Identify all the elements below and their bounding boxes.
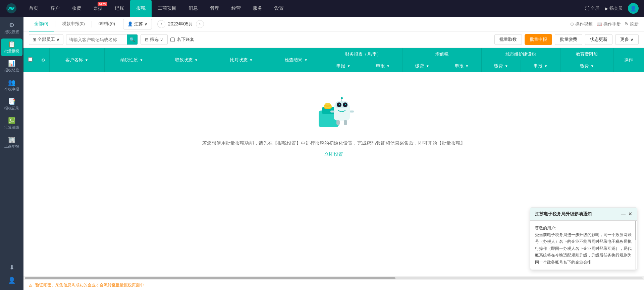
annual-report-icon: 🏢 xyxy=(8,137,15,143)
col-compare-status: 比对状态 ▼ xyxy=(214,48,269,72)
nav-operation[interactable]: 经营 xyxy=(225,0,247,17)
refresh-button[interactable]: ↻ 刷新 xyxy=(625,21,639,27)
status-update-button[interactable]: 状态更新 xyxy=(585,34,612,45)
svg-point-12 xyxy=(339,104,340,105)
nav-right-area: ⛶ 全屏 ▶ 畅会员 👤 xyxy=(585,3,639,14)
notification-close-button[interactable]: ✕ xyxy=(628,211,632,217)
svg-rect-17 xyxy=(350,111,354,113)
col-operation: 操作 xyxy=(613,48,644,72)
batch-fetch-button[interactable]: 批量取数 xyxy=(494,34,522,45)
col-vat-declare: 申报 ▼ xyxy=(363,60,403,72)
empty-state: 若您想使用批量报税功能，请先在【报税设置】中进行报税的初始化设置，完成密码验证和… xyxy=(24,72,644,177)
nav-home[interactable]: 首页 xyxy=(23,0,44,17)
col-financial-report: 财务报表（月/季） xyxy=(324,48,402,60)
dropdown-icon: ∨ xyxy=(56,37,60,42)
search-wrap: 🔍 xyxy=(66,34,138,45)
nav-fee[interactable]: 收费 xyxy=(66,0,87,17)
tax-records-icon: 📑 xyxy=(8,98,15,104)
data-table: ⚙ 客户名称 ▼ 纳税性质 ▼ 取数状态 ▼ xyxy=(23,48,644,177)
nav-tax[interactable]: 报税 xyxy=(130,0,152,17)
filter-icon: ⊟ xyxy=(145,37,149,42)
next-month-button[interactable]: › xyxy=(196,20,204,28)
sidebar: ⚙ 报税设置 📋 批量报税 📊 报税总览 👥 个税申报 📑 报税记录 💹 汇算清… xyxy=(0,17,23,290)
tab-tax-declare[interactable]: 税款申报(0) xyxy=(57,17,90,31)
avatar[interactable]: 👤 xyxy=(628,3,639,14)
sort-icon: ▼ xyxy=(85,58,88,62)
col-education-fee: 教育费附加 xyxy=(560,48,613,60)
filter-button[interactable]: ⊟ 筛选 ∨ xyxy=(141,34,168,45)
tab-zero-declare[interactable]: 0申报(0) xyxy=(93,17,120,31)
batch-pay-button[interactable]: 批量缴费 xyxy=(555,34,582,45)
horizontal-scrollbar[interactable] xyxy=(23,276,644,280)
search-button[interactable]: 🔍 xyxy=(127,34,138,45)
sort-icon-2: ▼ xyxy=(140,58,143,62)
nav-customer[interactable]: 客户 xyxy=(44,0,66,17)
region-selector[interactable]: 👤 江苏 ∨ xyxy=(123,19,152,29)
svg-point-7 xyxy=(325,103,330,105)
operation-video-button[interactable]: ⊙ 操作视频 xyxy=(570,21,593,27)
manual-icon: 📖 xyxy=(597,21,602,26)
sort-icon-11: ▼ xyxy=(544,64,547,68)
col-fetch-status: 取数状态 ▼ xyxy=(159,48,214,72)
notification-body: 尊敬的用户: 受当前电子税务局进一步升级的影响，同一个政务网账号（办税人）名下的… xyxy=(530,221,637,270)
download-icon: ⬇ xyxy=(9,265,14,271)
sort-icon-10: ▼ xyxy=(505,64,508,68)
sidebar-item-personal-tax[interactable]: 👥 个税申报 xyxy=(1,77,22,94)
nav-message[interactable]: 消息 xyxy=(182,0,204,17)
sidebar-item-annual-report[interactable]: 🏢 工商年报 xyxy=(1,134,22,152)
employee-select[interactable]: ⊞ 全部员工 ∨ xyxy=(29,34,63,45)
nav-service[interactable]: 服务 xyxy=(247,0,268,17)
scrollbar-thumb[interactable] xyxy=(25,277,395,279)
tax-settings-icon: ⚙ xyxy=(9,22,14,28)
notification-minimize[interactable]: — xyxy=(621,211,626,216)
empty-state-cell: 若您想使用批量报税功能，请先在【报税设置】中进行报税的初始化设置，完成密码验证和… xyxy=(24,72,644,178)
sort-icon-7: ▼ xyxy=(386,64,390,68)
more-button[interactable]: 更多 ∨ xyxy=(615,34,639,45)
member-button[interactable]: ▶ 畅会员 xyxy=(605,5,623,11)
nav-invoice[interactable]: 票据 NEW xyxy=(87,0,109,17)
sidebar-item-tax-overview[interactable]: 📊 报税总览 xyxy=(1,58,22,75)
batch-tax-icon: 📋 xyxy=(8,41,15,47)
checkbox-label[interactable]: 名下账套 xyxy=(170,37,194,43)
col-vat-pay: 缴费 ▼ xyxy=(402,60,442,72)
sort-icon-5: ▼ xyxy=(304,58,308,62)
operation-manual-button[interactable]: 📖 操作手册 xyxy=(597,21,621,27)
batch-declare-button[interactable]: 批量申报 xyxy=(525,34,552,45)
account-checkbox[interactable] xyxy=(170,38,175,42)
nav-settings[interactable]: 设置 xyxy=(268,0,290,17)
top-navigation: 首页 客户 收费 票据 NEW 记账 报税 工商项目 消息 管理 经营 服务 设… xyxy=(0,0,644,17)
refresh-icon: ↻ xyxy=(625,21,629,26)
settlement-icon: 💹 xyxy=(8,118,15,124)
prev-month-button[interactable]: ‹ xyxy=(157,20,165,28)
col-settings[interactable]: ⚙ xyxy=(37,48,50,72)
more-chevron-icon: ∨ xyxy=(630,37,634,42)
sort-icon-8: ▼ xyxy=(426,64,429,68)
tax-overview-icon: 📊 xyxy=(8,60,15,66)
sidebar-item-tax-records[interactable]: 📑 报税记录 xyxy=(1,96,22,114)
notification-header: 江苏电子税务局升级影响通知 — ✕ xyxy=(530,208,637,221)
col-city-pay: 缴费 ▼ xyxy=(481,60,521,72)
fullscreen-button[interactable]: ⛶ 全屏 xyxy=(585,5,599,11)
tab-divider-2 xyxy=(92,21,92,27)
search-input[interactable] xyxy=(66,37,127,42)
sidebar-user[interactable]: 👤 xyxy=(1,275,22,286)
grid-icon: ⊞ xyxy=(33,37,36,42)
col-financial-declare: 申报 ▼ xyxy=(324,60,363,72)
svg-rect-18 xyxy=(336,120,340,125)
sidebar-download[interactable]: ⬇ xyxy=(1,262,22,273)
tab-all[interactable]: 全部(0) xyxy=(29,17,54,31)
nav-management[interactable]: 管理 xyxy=(204,0,225,17)
nav-bookkeeping[interactable]: 记账 xyxy=(109,0,130,17)
nav-business[interactable]: 工商项目 xyxy=(152,0,182,17)
nav-menu: 首页 客户 收费 票据 NEW 记账 报税 工商项目 消息 管理 经营 服务 设… xyxy=(23,0,585,17)
sidebar-item-batch-tax[interactable]: 📋 批量报税 xyxy=(1,39,22,56)
sort-icon-9: ▼ xyxy=(465,64,469,68)
select-all-checkbox[interactable] xyxy=(28,57,33,62)
sort-icon-12: ▼ xyxy=(591,64,594,68)
sidebar-item-tax-settings[interactable]: ⚙ 报税设置 xyxy=(1,19,22,37)
sidebar-item-settlement[interactable]: 💹 汇算清缴 xyxy=(1,115,22,133)
sidebar-bottom: ⬇ 👤 xyxy=(1,262,22,290)
setup-link[interactable]: 立即设置 xyxy=(324,151,343,157)
personal-tax-icon: 👥 xyxy=(8,79,15,85)
col-client-name: 客户名称 ▼ xyxy=(50,48,105,72)
